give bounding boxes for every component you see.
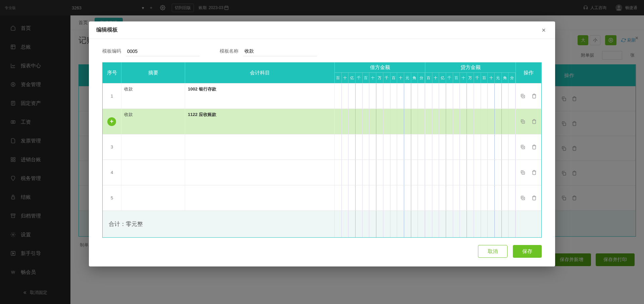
delete-row-icon[interactable]: [531, 195, 537, 201]
row-abstract[interactable]: [121, 134, 185, 160]
template-name-input[interactable]: [243, 46, 317, 56]
save-button[interactable]: 保存: [513, 245, 542, 258]
row-seq: 1: [103, 83, 121, 109]
template-row[interactable]: +收款1122 应收账款: [103, 109, 541, 134]
row-subject[interactable]: [185, 160, 335, 185]
row-debit[interactable]: [335, 160, 425, 185]
row-seq: +: [103, 109, 121, 134]
row-debit[interactable]: [335, 109, 425, 134]
copy-row-icon[interactable]: [520, 195, 526, 201]
row-abstract[interactable]: 收款: [121, 109, 185, 134]
modal-overlay: 编辑模板 模板编码 模板名称 序号 摘要 会计科目 借方金额: [0, 0, 644, 304]
template-table: 序号 摘要 会计科目 借方金额 百十亿千百十万千百十元角分 贷方金额 百十亿千百…: [102, 62, 542, 238]
col-ops: 操作: [516, 62, 541, 83]
template-row[interactable]: 3: [103, 134, 541, 160]
total-label: 合计：零元整: [103, 211, 335, 237]
row-credit[interactable]: [425, 134, 516, 160]
copy-row-icon[interactable]: [520, 119, 526, 125]
template-row[interactable]: 4: [103, 160, 541, 185]
row-abstract[interactable]: 收款: [121, 83, 185, 109]
col-abstract: 摘要: [121, 62, 185, 83]
col-debit: 借方金额 百十亿千百十万千百十元角分: [335, 62, 425, 83]
delete-row-icon[interactable]: [531, 119, 537, 125]
row-credit[interactable]: [425, 109, 516, 134]
total-row: 合计：零元整: [103, 210, 541, 237]
col-subject: 会计科目: [185, 62, 335, 83]
row-seq: 3: [103, 134, 121, 160]
row-credit[interactable]: [425, 83, 516, 109]
row-subject[interactable]: [185, 134, 335, 160]
code-label: 模板编码: [102, 48, 121, 54]
row-subject[interactable]: 1122 应收账款: [185, 109, 335, 134]
copy-row-icon[interactable]: [520, 93, 526, 99]
col-credit: 贷方金额 百十亿千百十万千百十元角分: [425, 62, 516, 83]
row-credit[interactable]: [425, 185, 516, 210]
row-subject[interactable]: [185, 185, 335, 210]
row-abstract[interactable]: [121, 160, 185, 185]
modal-title: 编辑模板: [96, 26, 118, 34]
row-debit[interactable]: [335, 83, 425, 109]
row-subject[interactable]: 1002 银行存款: [185, 83, 335, 109]
cancel-button[interactable]: 取消: [478, 245, 507, 258]
name-label: 模板名称: [220, 48, 238, 54]
delete-row-icon[interactable]: [531, 144, 537, 150]
col-seq: 序号: [103, 62, 121, 83]
row-debit[interactable]: [335, 185, 425, 210]
template-row[interactable]: 5: [103, 185, 541, 210]
close-icon[interactable]: [540, 26, 548, 34]
add-row-icon[interactable]: +: [107, 117, 116, 126]
row-debit[interactable]: [335, 134, 425, 160]
delete-row-icon[interactable]: [531, 170, 537, 176]
template-row[interactable]: 1收款1002 银行存款: [103, 83, 541, 109]
edit-template-modal: 编辑模板 模板编码 模板名称 序号 摘要 会计科目 借方金额: [89, 21, 555, 266]
row-abstract[interactable]: [121, 185, 185, 210]
template-code-input[interactable]: [126, 46, 200, 56]
row-seq: 5: [103, 185, 121, 210]
row-seq: 4: [103, 160, 121, 185]
copy-row-icon[interactable]: [520, 170, 526, 176]
copy-row-icon[interactable]: [520, 144, 526, 150]
row-credit[interactable]: [425, 160, 516, 185]
delete-row-icon[interactable]: [531, 93, 537, 99]
